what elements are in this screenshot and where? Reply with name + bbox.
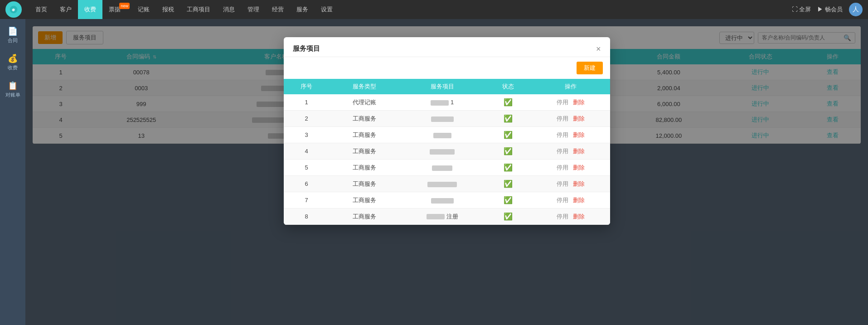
- cell-action: 停用 删除: [531, 111, 610, 127]
- main-content: 新增 服务项目 进行中 已终止 全部 🔍: [25, 19, 868, 325]
- nav-customer[interactable]: 客户: [53, 0, 78, 19]
- dialog-header: 服务项目 ×: [284, 37, 610, 57]
- cell-item: [399, 111, 485, 127]
- nav-settings[interactable]: 设置: [315, 0, 339, 19]
- dialog-close-button[interactable]: ×: [596, 45, 601, 53]
- cell-action: 停用 删除: [531, 160, 610, 176]
- stop-button[interactable]: 停用: [557, 148, 568, 155]
- service-table-row: 6 工商服务 ✅ 停用 删除: [284, 176, 610, 192]
- dcol-type: 服务类型: [330, 79, 399, 94]
- status-check-icon: ✅: [504, 98, 513, 106]
- delete-button[interactable]: 删除: [573, 99, 585, 106]
- status-check-icon: ✅: [504, 180, 513, 188]
- nav-bookkeeping[interactable]: 记账: [131, 0, 156, 19]
- service-table-row: 3 工商服务 ✅ 停用 删除: [284, 127, 610, 143]
- cell-seq: 8: [284, 209, 330, 225]
- sidebar-item-contract[interactable]: 📄 合同: [0, 23, 25, 48]
- delete-button[interactable]: 删除: [573, 197, 585, 204]
- layout: 📄 合同 💰 收费 📋 对账单 新增 服务项目 进行中 已终止 全部: [0, 19, 868, 325]
- dcol-action: 操作: [531, 79, 610, 94]
- cell-item: 1: [399, 94, 485, 111]
- vip-btn[interactable]: ▶ 畅会员: [817, 5, 843, 14]
- cell-action: 停用 删除: [531, 192, 610, 209]
- sidebar-item-reconcile[interactable]: 📋 对账单: [0, 77, 25, 102]
- cell-seq: 2: [284, 111, 330, 127]
- delete-button[interactable]: 删除: [573, 164, 585, 171]
- nav-commerce[interactable]: 工商项目: [180, 0, 217, 19]
- cell-status: ✅: [485, 192, 531, 209]
- dcol-item: 服务项目: [399, 79, 485, 94]
- cell-item: [399, 192, 485, 209]
- cell-action: 停用 删除: [531, 127, 610, 143]
- sidebar-label-contract: 合同: [8, 37, 18, 44]
- delete-button[interactable]: 删除: [573, 148, 585, 155]
- stop-button[interactable]: 停用: [557, 164, 568, 171]
- dialog-title: 服务项目: [293, 44, 320, 53]
- sidebar-label-fee: 收费: [8, 64, 18, 71]
- service-table-row: 4 工商服务 ✅ 停用 删除: [284, 143, 610, 160]
- cell-action: 停用 删除: [531, 143, 610, 160]
- cell-seq: 3: [284, 127, 330, 143]
- sidebar-label-reconcile: 对账单: [5, 92, 20, 98]
- cell-item: [399, 176, 485, 192]
- stop-button[interactable]: 停用: [557, 197, 568, 204]
- cell-status: ✅: [485, 160, 531, 176]
- stop-button[interactable]: 停用: [557, 213, 568, 220]
- stop-button[interactable]: 停用: [557, 115, 568, 122]
- cell-type: 工商服务: [330, 176, 399, 192]
- stop-button[interactable]: 停用: [557, 180, 568, 187]
- cell-type: 工商服务: [330, 143, 399, 160]
- reconcile-icon: 📋: [8, 82, 18, 90]
- status-check-icon: ✅: [504, 147, 513, 155]
- cell-type: 工商服务: [330, 209, 399, 225]
- service-table-row: 5 工商服务 ✅ 停用 删除: [284, 160, 610, 176]
- nav-right: ⛶ 全屏 ▶ 畅会员 人: [792, 3, 863, 16]
- nav-manage[interactable]: 管理: [241, 0, 266, 19]
- cell-action: 停用 删除: [531, 176, 610, 192]
- cell-item: 注册: [399, 209, 485, 225]
- nav-tax[interactable]: 报税: [156, 0, 180, 19]
- cell-type: 工商服务: [330, 111, 399, 127]
- cell-status: ✅: [485, 94, 531, 111]
- cell-type: 工商服务: [330, 127, 399, 143]
- fullscreen-btn[interactable]: ⛶ 全屏: [792, 5, 811, 14]
- status-check-icon: ✅: [504, 164, 513, 171]
- cell-status: ✅: [485, 111, 531, 127]
- service-table-row: 7 工商服务 ✅ 停用 删除: [284, 192, 610, 209]
- delete-button[interactable]: 删除: [573, 180, 585, 187]
- nav-service[interactable]: 服务: [290, 0, 315, 19]
- service-table-row: 2 工商服务 ✅ 停用 删除: [284, 111, 610, 127]
- service-table: 序号 服务类型 服务项目 状态 操作 1 代理记账 1 ✅ 停用 删除: [284, 79, 610, 225]
- dcol-seq: 序号: [284, 79, 330, 94]
- dialog-toolbar: 新建: [284, 57, 610, 79]
- cell-item: [399, 127, 485, 143]
- new-badge: new: [119, 3, 130, 9]
- status-check-icon: ✅: [504, 213, 513, 220]
- cell-item: [399, 160, 485, 176]
- nav-message[interactable]: 消息: [217, 0, 241, 19]
- service-dialog: 服务项目 × 新建 序号 服务类型 服务项目 状态: [284, 37, 610, 225]
- dialog-body: 序号 服务类型 服务项目 状态 操作 1 代理记账 1 ✅ 停用 删除: [284, 79, 610, 225]
- cell-type: 代理记账: [330, 94, 399, 111]
- cell-status: ✅: [485, 143, 531, 160]
- nav-home[interactable]: 首页: [29, 0, 53, 19]
- modal-overlay[interactable]: 服务项目 × 新建 序号 服务类型 服务项目 状态: [25, 19, 868, 325]
- delete-button[interactable]: 删除: [573, 115, 585, 122]
- cell-seq: 1: [284, 94, 330, 111]
- stop-button[interactable]: 停用: [557, 99, 568, 106]
- avatar[interactable]: 人: [849, 3, 863, 16]
- cell-item: [399, 143, 485, 160]
- nav-business[interactable]: 经营: [266, 0, 290, 19]
- delete-button[interactable]: 删除: [573, 131, 585, 138]
- cell-status: ✅: [485, 176, 531, 192]
- stop-button[interactable]: 停用: [557, 131, 568, 138]
- nav-bill[interactable]: 票据 new: [102, 0, 131, 19]
- delete-button[interactable]: 删除: [573, 213, 585, 220]
- cell-status: ✅: [485, 127, 531, 143]
- nav-fee[interactable]: 收费: [78, 0, 102, 19]
- sidebar: 📄 合同 💰 收费 📋 对账单: [0, 19, 25, 325]
- new-service-button[interactable]: 新建: [577, 62, 603, 74]
- fee-icon: 💰: [8, 54, 18, 63]
- sidebar-item-fee[interactable]: 💰 收费: [0, 50, 25, 75]
- cell-seq: 5: [284, 160, 330, 176]
